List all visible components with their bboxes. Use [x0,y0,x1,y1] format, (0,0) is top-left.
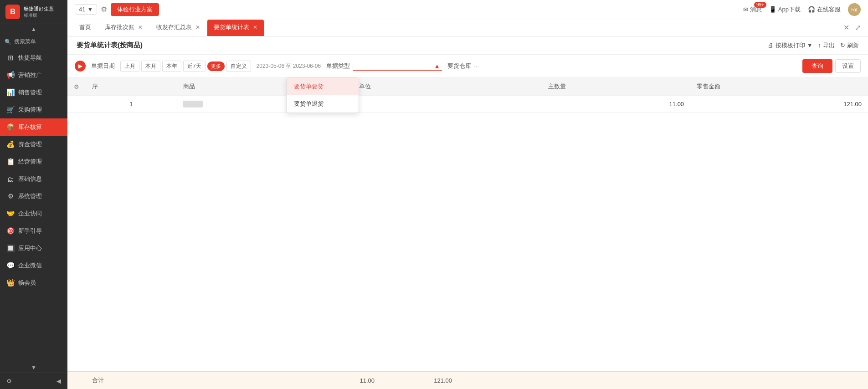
topbar-settings-icon[interactable]: ⚙ [101,5,107,14]
print-btn[interactable]: 🖨 按模板打印 ▼ [768,41,813,50]
sidebar-item-operations[interactable]: 📋 经营管理 [0,153,67,170]
member-icon: 👑 [6,279,15,287]
type-label: 单据类型 [326,62,350,70]
warehouse-dots-icon[interactable]: ··· [474,63,479,70]
close-tab-order-stats[interactable]: ✕ [253,24,257,31]
last-month-btn[interactable]: 上月 [120,61,139,72]
table-area: ⚙ 序 商品 主计量单位 主数量 零售金额 1 [67,78,868,371]
wechat-icon: 💬 [6,261,15,270]
warehouse-section: 要货仓库 ··· [447,62,797,70]
message-icon: ✉ [743,6,748,13]
type-input-wrap: ▲ [353,61,442,71]
tab-inventory-batch[interactable]: 库存批次账 ✕ [98,20,149,36]
sidebar-item-inventory[interactable]: 📦 库存核算 [0,118,67,136]
tab-home[interactable]: 首页 [73,20,98,36]
sidebar-item-wechat[interactable]: 💬 企业微信 [0,257,67,274]
date-range: 2023-05-06 至 2023-06-06 [257,62,321,70]
apps-icon: 🔲 [6,244,15,252]
sidebar-item-apps[interactable]: 🔲 应用中心 [0,240,67,257]
sales-icon: 📊 [6,88,15,97]
product-name-blurred [183,101,203,107]
search-menu[interactable]: 🔍 搜索菜单 [0,34,67,49]
type-dropdown: 要货单要货 要货单退货 [286,77,359,113]
col-index: 序 [86,78,177,96]
this-year-btn[interactable]: 本年 [162,61,181,72]
custom-btn[interactable]: 自定义 [226,61,251,72]
query-btn[interactable]: 查询 [802,59,832,73]
row-unit: 块 [335,96,541,113]
export-btn[interactable]: ↑ 导出 [818,41,835,50]
logo-text: 畅捷通好生意 标准版 [24,5,54,18]
refresh-icon: ↻ [840,42,845,49]
tabs-right: ✕ ⤢ [842,23,863,32]
col-unit: 主计量单位 [335,78,541,96]
collapse-sidebar-icon[interactable]: ◀ [56,378,61,384]
date-buttons: 上月 本月 本年 近7天 更多 自定义 [120,61,251,72]
app-download-btn[interactable]: 📱 App下载 [769,5,801,14]
marketing-icon: 📢 [6,71,15,79]
footer-label: 合计 [74,376,174,384]
table-footer: 合计 11.00 121.00 [67,371,868,389]
close-all-tabs-btn[interactable]: ✕ [842,23,851,32]
inventory-icon: 📦 [6,123,15,131]
filter-expand-btn[interactable]: ▶ [75,61,86,72]
logo-icon: B [5,5,20,19]
sidebar-scroll-up[interactable]: ▲ [0,24,67,34]
sidebar-item-sales[interactable]: 📊 销售管理 [0,84,67,101]
messages-btn[interactable]: ✉ 消息 99+ [743,5,762,14]
page-actions: 🖨 按模板打印 ▼ ↑ 导出 ↻ 刷新 [768,41,859,50]
filter-bar: ▶ 单据日期 上月 本月 本年 近7天 更多 自定义 2023-05-06 至 … [67,55,868,78]
type-input[interactable] [353,61,442,71]
dropdown-item-require-goods[interactable]: 要货单要货 [287,78,359,95]
company-selector[interactable]: 41 ▼ [75,4,97,15]
sidebar-item-quick-nav[interactable]: ⊞ 快捷导航 [0,49,67,67]
sidebar-scroll-down[interactable]: ▼ [0,363,67,373]
print-icon: 🖨 [768,42,774,49]
table-row: 1 块 11.00 121.00 [67,96,868,113]
sidebar-item-enterprise[interactable]: 🤝 企业协同 [0,205,67,222]
headset-icon: 🎧 [808,6,815,13]
type-chevron-up-icon[interactable]: ▲ [434,62,440,70]
message-badge: 99+ [754,2,766,8]
sidebar-nav: ⊞ 快捷导航 📢 营销推广 📊 销售管理 🛒 采购管理 📦 库存核算 💰 资金管… [0,49,67,363]
this-month-btn[interactable]: 本月 [141,61,160,72]
sidebar-item-member[interactable]: 👑 畅会员 [0,274,67,292]
dropdown-item-return-goods[interactable]: 要货单退货 [287,95,359,113]
tab-receipt-summary[interactable]: 收发存汇总表 ✕ [150,20,206,36]
sidebar-item-basic[interactable]: 🗂 基础信息 [0,170,67,188]
close-tab-inventory-batch[interactable]: ✕ [138,24,143,31]
settings-bottom-icon[interactable]: ⚙ [6,378,12,384]
refresh-btn[interactable]: ↻ 刷新 [840,41,859,50]
company-dropdown-icon: ▼ [87,6,93,13]
warehouse-label: 要货仓库 [447,62,471,70]
col-settings[interactable]: ⚙ [67,78,86,96]
quick-nav-icon: ⊞ [6,54,15,62]
topbar-right: ✉ 消息 99+ 📱 App下载 🎧 在线客服 Rit [743,3,861,16]
table-body: 1 块 11.00 121.00 [67,96,868,113]
last-7-days-btn[interactable]: 近7天 [183,61,205,72]
sidebar-item-finance[interactable]: 💰 资金管理 [0,136,67,153]
expand-tabs-btn[interactable]: ⤢ [853,23,863,32]
print-dropdown-icon: ▼ [807,42,813,49]
online-service-btn[interactable]: 🎧 在线客服 [808,5,841,14]
date-label: 单据日期 [91,62,115,70]
enterprise-icon: 🤝 [6,210,15,218]
sidebar-item-marketing[interactable]: 📢 营销推广 [0,67,67,84]
close-tab-receipt-summary[interactable]: ✕ [195,24,200,31]
sidebar-item-system[interactable]: ⚙ 系统管理 [0,188,67,205]
operations-icon: 📋 [6,158,15,166]
sidebar-item-purchase[interactable]: 🛒 采购管理 [0,101,67,118]
sidebar-item-guide[interactable]: 🎯 新手引导 [0,222,67,240]
avatar[interactable]: Rit [848,3,861,16]
more-btn[interactable]: 更多 [207,61,225,71]
logo: B 畅捷通好生意 标准版 [0,0,67,24]
main-content: 41 ▼ ⚙ 体验行业方案 ✉ 消息 99+ 📱 App下载 🎧 在线客服 Ri… [67,0,868,389]
industry-btn[interactable]: 体验行业方案 [111,3,159,16]
tab-order-stats[interactable]: 要货单统计表 ✕ [207,20,264,36]
page-content: 要货单统计表(按商品) 🖨 按模板打印 ▼ ↑ 导出 ↻ 刷新 ▶ [67,36,868,389]
system-icon: ⚙ [6,192,15,200]
footer-amount: 121.00 [397,377,452,384]
guide-icon: 🎯 [6,227,15,235]
row-settings [67,96,86,113]
filter-settings-btn[interactable]: 设置 [835,59,861,73]
